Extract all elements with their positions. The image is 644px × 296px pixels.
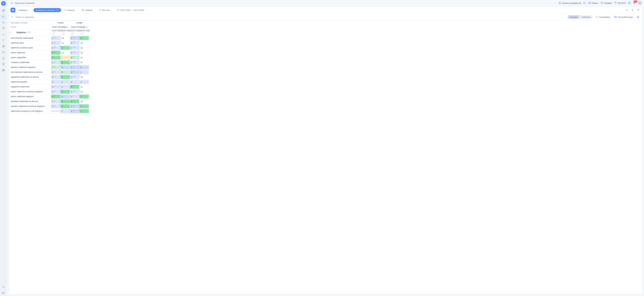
position-cell[interactable]: 11 — [80, 84, 89, 89]
position-cell[interactable]: 7 — [80, 109, 89, 114]
query-cell[interactable]: стоимость памятника — [9, 60, 51, 65]
position-cell[interactable]: 11 — [60, 40, 70, 45]
position-cell[interactable]: 1+3 — [70, 36, 80, 40]
position-cell[interactable]: 2+7 — [51, 70, 60, 75]
query-cell[interactable]: заказать памятник на могилу недорого — [9, 104, 51, 109]
th-date-2[interactable]: 23.07.20241-1096% — [70, 29, 80, 36]
position-cell[interactable]: 3+13 — [70, 75, 80, 80]
position-cell[interactable]: 4 — [60, 89, 70, 94]
query-cell[interactable]: изготовление памятников на могилу — [9, 70, 51, 75]
position-cell[interactable]: 2 — [70, 80, 80, 84]
nav-box-icon[interactable] — [1, 49, 6, 55]
position-cell[interactable]: 4-1 — [51, 94, 60, 99]
position-cell[interactable] — [51, 109, 60, 114]
target-column-icon[interactable] — [9, 31, 15, 34]
position-cell[interactable]: 19 — [60, 36, 70, 40]
position-cell[interactable]: 2+9 — [51, 40, 60, 45]
position-cell[interactable]: 3+2 — [51, 75, 60, 80]
th-date-0[interactable]: 23.07.20241-1098% — [51, 29, 60, 36]
export-button[interactable] — [630, 8, 635, 12]
position-cell[interactable]: 2 — [60, 109, 70, 114]
position-cell[interactable]: 5+6 — [51, 50, 60, 55]
query-cell[interactable]: купить памятник — [9, 50, 51, 55]
tab-positions[interactable]: Позиции — [568, 15, 580, 19]
help-link[interactable]: Справка — [600, 2, 612, 4]
position-cell[interactable]: 8+4 — [70, 55, 80, 60]
position-cell[interactable]: 3+1 — [51, 99, 60, 104]
position-cell[interactable]: 2+2 — [51, 104, 60, 109]
tags-dropdown[interactable]: Все теги — [98, 8, 114, 12]
position-cell[interactable]: 6+5 — [70, 84, 80, 89]
position-cell[interactable]: 2 — [51, 80, 60, 84]
query-cell[interactable]: купить надгробие — [9, 55, 51, 60]
refresh-button[interactable] — [10, 8, 15, 12]
position-cell[interactable]: 1+6 — [70, 104, 80, 109]
position-cell[interactable]: 2+3 — [51, 45, 60, 50]
query-cell[interactable]: памятники на могилу в спб недорого — [9, 109, 51, 114]
position-cell[interactable]: 1+2 — [70, 65, 80, 70]
query-cell[interactable]: недорогие памятники на могилу — [9, 75, 51, 80]
position-cell[interactable]: 37 — [80, 60, 89, 65]
tickets-link[interactable]: Тикеты — [588, 2, 598, 4]
sort-button[interactable]: Сортировка — [594, 15, 611, 19]
position-cell[interactable]: 2+2 — [51, 89, 60, 94]
th-region-google[interactable]: Санкт-Петербург — [70, 25, 89, 29]
position-cell[interactable]: 7 — [80, 104, 89, 109]
position-cell[interactable]: 2+35 — [70, 60, 80, 65]
position-cell[interactable]: 2 — [80, 70, 89, 75]
main-group-button[interactable]: главная — [80, 8, 94, 12]
notifications-button[interactable]: 111 — [633, 1, 636, 4]
position-cell[interactable]: 5 — [60, 75, 70, 80]
position-cell[interactable]: 1+1 — [70, 70, 80, 75]
position-cell[interactable]: 3 — [60, 94, 70, 99]
balance-display[interactable]: 342.93 ₽ — [614, 1, 626, 4]
compare-dropdown[interactable]: Сравнить — [18, 8, 31, 12]
position-cell[interactable]: 2 — [60, 84, 70, 89]
position-cell[interactable]: 14 — [80, 89, 89, 94]
nav-tree-icon[interactable] — [1, 61, 6, 67]
nav-pin-icon[interactable] — [1, 37, 6, 43]
position-cell[interactable]: 18 — [80, 99, 89, 104]
position-cell[interactable]: 19 — [80, 40, 89, 45]
position-cell[interactable]: 5 — [60, 45, 70, 50]
user-avatar[interactable] — [638, 1, 642, 5]
position-cell[interactable]: 4 — [60, 104, 70, 109]
position-cell[interactable]: 2+16 — [70, 45, 80, 50]
nav-chart-icon[interactable] — [1, 32, 6, 37]
position-cell[interactable]: 5 — [60, 60, 70, 65]
query-cell[interactable]: заказать памятник недорого — [9, 65, 51, 70]
position-cell[interactable]: 4 — [60, 99, 70, 104]
position-cell[interactable]: 18 — [80, 45, 89, 50]
nav-gear-icon[interactable] — [1, 20, 6, 25]
position-cell[interactable]: 7 — [80, 94, 89, 99]
nav-flask-icon[interactable] — [1, 55, 6, 61]
query-cell[interactable]: памятник на могилу цена — [9, 45, 51, 50]
th-date-1[interactable]: 20.07.20221-1089% — [60, 29, 70, 36]
project-selector[interactable]: Памятники Прометей — [9, 1, 40, 5]
nav-target-icon[interactable] — [1, 8, 6, 13]
view-settings-button[interactable]: Настройки вида — [613, 15, 634, 19]
query-cell[interactable]: памятники дешево — [9, 80, 51, 84]
position-cell[interactable]: 2 — [80, 80, 89, 84]
query-cell[interactable]: дешевые памятники на могилу — [9, 99, 51, 104]
nav-positions-icon[interactable] — [1, 14, 6, 19]
catalog-button[interactable]: Каталог — [63, 8, 76, 12]
position-cell[interactable]: 11 — [60, 50, 70, 55]
position-cell[interactable]: 41 — [51, 55, 60, 60]
nav-external-icon[interactable] — [1, 290, 6, 296]
query-cell[interactable]: недорогие памятники — [9, 84, 51, 89]
position-cell[interactable]: 13 — [80, 50, 89, 55]
date-range-picker[interactable]: 20.07.2022 — 23.07.2024 — [116, 8, 148, 12]
position-cell[interactable]: 2+12 — [70, 89, 80, 94]
th-region-yandex[interactable]: Санкт-Петербург — [51, 25, 70, 29]
position-cell[interactable]: 3 — [60, 65, 70, 70]
position-cell[interactable]: 2+11 — [70, 50, 80, 55]
position-cell[interactable]: 2 — [60, 80, 70, 84]
nav-settings-icon[interactable] — [1, 67, 6, 73]
tab-snippets[interactable]: Сниппеты — [580, 15, 593, 19]
position-cell[interactable]: 2+17 — [51, 36, 60, 40]
competitors-link[interactable]: Анализ конкурентов — [559, 2, 581, 4]
query-cell[interactable]: купить памятник на могилу недорого — [9, 89, 51, 94]
position-cell[interactable]: -- — [60, 55, 70, 60]
query-cell[interactable]: изготовление памятников — [9, 36, 51, 40]
